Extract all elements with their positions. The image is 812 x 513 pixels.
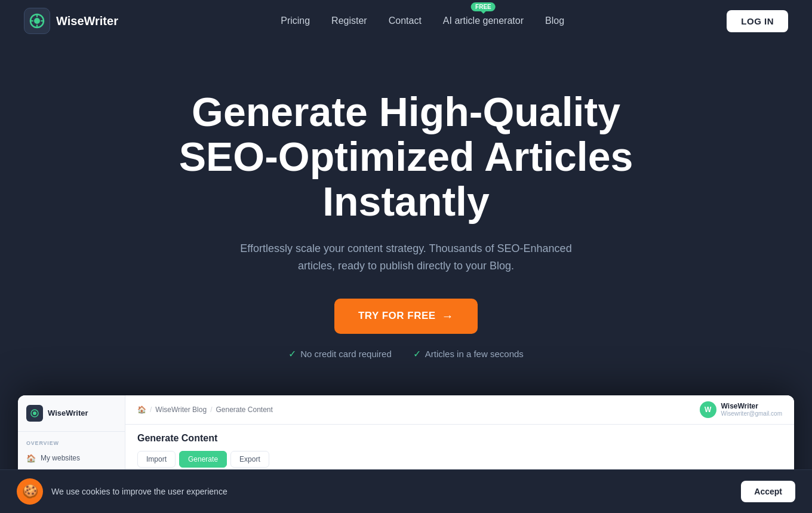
checkmark-icon-1: ✓: [288, 348, 296, 360]
cookie-left: 🍪 We use cookies to improve the user exp…: [17, 478, 227, 505]
sidebar-logo-icon: [26, 405, 43, 422]
hero-subtitle: Effortlessly scale your content strategy…: [233, 240, 579, 275]
breadcrumb: 🏠 / WiseWriter Blog / Generate Content: [137, 406, 273, 414]
logo-text: WiseWriter: [56, 14, 118, 28]
arrow-icon: →: [442, 309, 454, 323]
hero-checks: ✓ No credit card required ✓ Articles in …: [288, 348, 524, 360]
user-email: Wisewriter@gmail.com: [721, 410, 782, 417]
nav-pricing[interactable]: Pricing: [281, 16, 310, 26]
accept-button[interactable]: Accept: [741, 481, 795, 502]
hero-title: Generate High-Quality SEO-Optimized Arti…: [161, 90, 651, 223]
content-toolbar: Import Generate Export: [137, 451, 782, 468]
check-fast: ✓ Articles in a few seconds: [413, 348, 524, 360]
sidebar-overview-label: Overview: [18, 440, 125, 446]
nav-ai-generator-wrapper: FREE AI article generator: [443, 16, 524, 26]
app-top-bar: 🏠 / WiseWriter Blog / Generate Content W…: [125, 395, 794, 425]
user-info: W WiseWriter Wisewriter@gmail.com: [700, 401, 782, 418]
free-badge: FREE: [471, 2, 496, 11]
svg-point-1: [34, 18, 40, 24]
check-no-credit: ✓ No credit card required: [288, 348, 392, 360]
user-details: WiseWriter Wisewriter@gmail.com: [721, 402, 782, 417]
sidebar-logo: WiseWriter: [18, 405, 125, 432]
home-icon: 🏠: [26, 454, 36, 463]
navbar: WiseWriter Pricing Register Contact FREE…: [0, 0, 812, 42]
nav-ai-generator[interactable]: AI article generator: [443, 16, 524, 26]
sidebar-brand: WiseWriter: [48, 408, 88, 417]
cookie-text: We use cookies to improve the user exper…: [51, 487, 227, 496]
nav-links: Pricing Register Contact FREE AI article…: [281, 16, 564, 26]
svg-point-7: [33, 411, 36, 415]
checkmark-icon-2: ✓: [413, 348, 421, 360]
import-button[interactable]: Import: [137, 451, 176, 468]
export-button[interactable]: Export: [230, 451, 269, 468]
sidebar-item-my-websites[interactable]: 🏠 My websites: [18, 450, 125, 467]
cookie-banner: 🍪 We use cookies to improve the user exp…: [0, 469, 812, 513]
logo-icon: [24, 8, 50, 34]
user-avatar: W: [700, 401, 716, 418]
cookie-icon: 🍪: [17, 478, 43, 505]
content-page-title: Generate Content: [137, 433, 782, 444]
login-button[interactable]: LOG IN: [727, 10, 788, 32]
cta-button[interactable]: TRY FOR FREE →: [334, 299, 478, 334]
breadcrumb-home-icon: 🏠: [137, 406, 146, 414]
generate-button[interactable]: Generate: [179, 451, 227, 468]
nav-register[interactable]: Register: [331, 16, 367, 26]
nav-blog[interactable]: Blog: [545, 16, 564, 26]
logo-link[interactable]: WiseWriter: [24, 8, 118, 34]
hero-section: Generate High-Quality SEO-Optimized Arti…: [0, 42, 812, 395]
nav-contact[interactable]: Contact: [389, 16, 422, 26]
